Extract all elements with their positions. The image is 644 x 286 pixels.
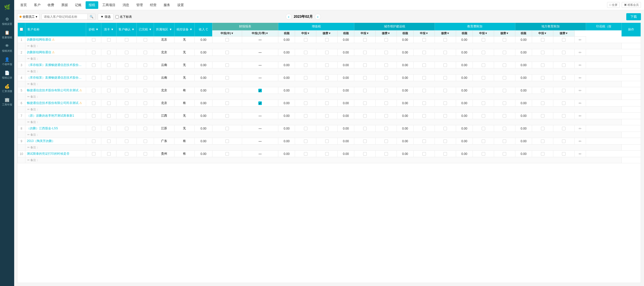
zzs-sb-cell[interactable] [295, 125, 316, 132]
remark-cell[interactable]: ✏ 备注： [25, 94, 622, 100]
zzs-jf-cb[interactable] [325, 38, 329, 42]
zb-year-cell[interactable] [212, 49, 242, 56]
qingka-cb[interactable] [107, 89, 111, 92]
confirm-cb[interactable] [125, 51, 128, 54]
df-sb-cb[interactable] [482, 139, 485, 143]
paid-cell[interactable] [137, 151, 154, 157]
th-yh-jf[interactable]: 缴费▼ [553, 30, 574, 37]
paid-cell[interactable] [137, 100, 154, 106]
paid-cb[interactable] [144, 76, 147, 80]
customer-name-cell[interactable]: 2013（陶美芳勿删） [25, 138, 86, 145]
confirm-cell[interactable] [116, 113, 137, 119]
yh-jf-cell[interactable] [553, 37, 574, 43]
jy-sb-cb[interactable] [422, 101, 426, 105]
zb-year-cell[interactable] [212, 75, 242, 81]
nav-guanli[interactable]: 管理 [133, 1, 146, 9]
df-sb-cb[interactable] [482, 76, 485, 80]
th-df-jf[interactable]: 缴费▼ [494, 30, 515, 37]
yh-jf-cb[interactable] [562, 127, 565, 130]
zb-year-cb[interactable] [225, 139, 229, 143]
df-sb-cb[interactable] [482, 38, 485, 42]
csw-sb-cell[interactable] [354, 62, 376, 68]
csw-sb-cb[interactable] [363, 76, 367, 80]
zzs-jf-cell[interactable] [316, 62, 338, 68]
zb-month-cell[interactable]: ✓ [242, 100, 278, 106]
jy-jf-cell[interactable] [435, 75, 456, 81]
th-zzs-jf[interactable]: 缴费▼ [316, 30, 338, 37]
zb-month-cell[interactable]: — [242, 49, 278, 56]
df-jf-cb[interactable] [503, 76, 506, 80]
list-checkbox-label[interactable]: 名下标表 [115, 15, 132, 19]
jy-sb-cell[interactable] [414, 87, 435, 94]
remark-cell[interactable]: ✏ 备注： [25, 81, 622, 87]
customer-name-cell[interactable]: 勿删新锐网络通信⚠ [25, 49, 86, 56]
df-jf-cell[interactable] [494, 138, 515, 145]
zzs-sb-cb[interactable] [304, 63, 307, 67]
zb-year-cb[interactable] [225, 76, 229, 80]
csw-sb-cell[interactable] [354, 113, 376, 119]
zb-year-cb[interactable] [225, 63, 229, 67]
df-sb-cb[interactable] [482, 127, 485, 130]
df-jf-cell[interactable] [494, 62, 515, 68]
edit-icon[interactable]: ✏ [579, 101, 582, 105]
confirm-cell[interactable] [116, 62, 137, 68]
yh-jf-cb[interactable] [562, 152, 565, 156]
jy-sb-cb[interactable] [422, 89, 426, 92]
qingka-cb[interactable] [107, 114, 111, 118]
chaoshui-cell[interactable] [86, 62, 101, 68]
nav-xiaoxi[interactable]: 消息 [120, 1, 132, 9]
jy-jf-cb[interactable] [443, 114, 447, 118]
jy-sb-cell[interactable] [414, 113, 435, 119]
csw-sb-cell[interactable] [354, 125, 376, 132]
chaoshui-cell[interactable] [86, 75, 101, 81]
zzs-jf-cell[interactable] [316, 138, 338, 145]
chaoshui-cell[interactable] [86, 49, 101, 56]
confirm-cell[interactable] [116, 75, 137, 81]
chaoshui-cb[interactable] [92, 89, 95, 92]
df-sb-cell[interactable] [473, 62, 494, 68]
zzs-jf-cell[interactable] [316, 100, 338, 106]
zb-year-cb[interactable] [225, 101, 229, 105]
confirm-cb[interactable] [125, 127, 128, 130]
zb-month-cell[interactable]: — [242, 138, 278, 145]
jy-sb-cb[interactable] [422, 139, 426, 143]
chaoshui-cb[interactable] [92, 63, 95, 67]
df-jf-cell[interactable] [494, 125, 515, 132]
yh-sb-cb[interactable] [541, 152, 544, 156]
zb-month-cb[interactable]: ✓ [258, 89, 262, 92]
df-sb-cell[interactable] [473, 113, 494, 119]
qingka-cell[interactable] [101, 49, 116, 56]
csw-jf-cell[interactable] [376, 100, 397, 106]
th-confirm[interactable]: 客户确认 ▼ [116, 23, 137, 37]
zzs-sb-cb[interactable] [304, 139, 307, 143]
download-button[interactable]: 下载 [626, 13, 641, 20]
confirm-cell[interactable] [116, 100, 137, 106]
zzs-sb-cb[interactable] [304, 38, 307, 42]
df-sb-cell[interactable] [473, 151, 494, 157]
zzs-jf-cell[interactable] [316, 125, 338, 132]
jy-sb-cb[interactable] [422, 63, 426, 67]
prev-month-button[interactable]: ‹ [286, 14, 292, 20]
zzs-jf-cell[interactable] [316, 113, 338, 119]
df-jf-cell[interactable] [494, 113, 515, 119]
edit-icon[interactable]: ✏ [579, 38, 582, 42]
yh-jf-cell[interactable] [553, 138, 574, 145]
nav-customer[interactable]: 客户 [31, 1, 44, 9]
qingka-cell[interactable] [101, 125, 116, 132]
operate-cell[interactable]: ✏ [574, 37, 586, 43]
csw-jf-cell[interactable] [376, 75, 397, 81]
operate-cell[interactable]: ✏ [574, 138, 586, 145]
df-sb-cb[interactable] [482, 101, 485, 105]
jy-jf-cell[interactable] [435, 100, 456, 106]
yh-jf-cell[interactable] [553, 49, 574, 56]
zzs-jf-cb[interactable] [325, 101, 329, 105]
zzs-sb-cb[interactable] [304, 89, 307, 92]
zb-month-cell[interactable]: ✓ [242, 87, 278, 94]
paid-cell[interactable] [137, 138, 154, 145]
csw-jf-cell[interactable] [376, 151, 397, 157]
yh-sb-cell[interactable] [532, 87, 553, 94]
filter-button[interactable]: ▼ 筛选 [98, 13, 113, 20]
fullscreen-button[interactable]: □ 全屏 [607, 2, 620, 8]
th-jy-sb[interactable]: 申报▼ [414, 30, 435, 37]
zzs-jf-cb[interactable] [325, 51, 329, 54]
